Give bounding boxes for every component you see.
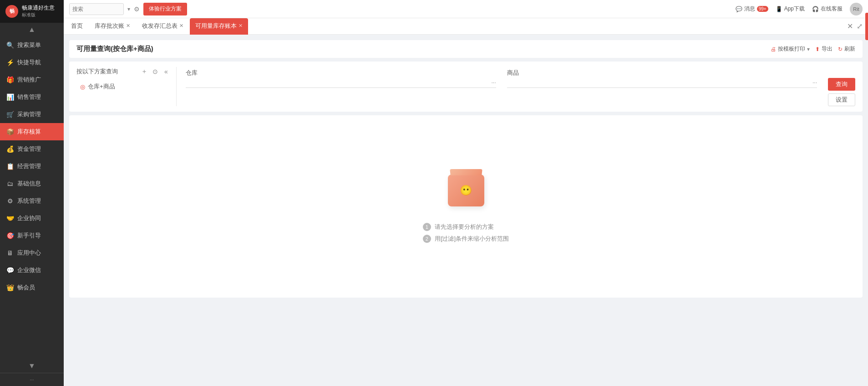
search-input[interactable] — [69, 3, 124, 15]
filter-collapse-btn[interactable]: « — [162, 67, 171, 76]
app-center-icon: 🖥 — [6, 249, 14, 257]
tab-fullscreen-btn[interactable]: ⤢ — [857, 22, 863, 31]
corp-wechat-icon: 💬 — [6, 267, 14, 274]
sidebar-item-member[interactable]: 👑畅会员 — [0, 279, 64, 296]
sidebar-item-label-member: 畅会员 — [17, 283, 35, 292]
sidebar-item-label-onboarding: 新手引导 — [17, 232, 41, 240]
app-info: 畅康通好生意 标准版 — [22, 5, 55, 18]
hint-num-2: 2 — [423, 235, 431, 243]
scroll-edge-indicator — [865, 13, 868, 40]
purchase-icon: 🛒 — [6, 111, 14, 118]
sidebar-item-label-search: 搜索菜单 — [17, 41, 41, 49]
tab-collect-summary[interactable]: 收发存汇总表✕ — [137, 18, 189, 35]
page-header-actions: 🖨 按模板打印 ▾ ⬆ 导出 ↻ 刷新 — [771, 45, 855, 53]
topbar-gear-icon[interactable]: ⚙ — [134, 5, 140, 13]
print-icon: 🖨 — [771, 46, 776, 52]
refresh-btn[interactable]: ↻ 刷新 — [838, 45, 855, 53]
export-btn[interactable]: ⬆ 导出 — [815, 45, 832, 53]
filter-warehouse-label: 仓库 — [186, 69, 496, 77]
query-btn[interactable]: 查询 — [828, 78, 855, 91]
filter-left-header: 按以下方案查询 ＋ ⊙ « — [76, 67, 171, 76]
message-icon: 💬 — [736, 6, 742, 12]
solution-btn[interactable]: 体验行业方案 — [143, 3, 187, 15]
sidebar-item-finance[interactable]: 💰资金管理 — [0, 140, 64, 158]
sidebar-item-label-app-center: 应用中心 — [17, 249, 41, 257]
page-content: 可用量查询(按仓库+商品) 🖨 按模板打印 ▾ ⬆ 导出 ↻ 刷新 — [64, 35, 868, 386]
empty-box-graphic: 😶 — [448, 175, 484, 206]
message-badge: 99+ — [757, 6, 768, 12]
filter-warehouse-input[interactable] — [186, 79, 489, 86]
sidebar-item-label-sales: 销售管理 — [17, 93, 41, 101]
sidebar-header: 畅 畅康通好生意 标准版 — [0, 0, 64, 23]
sidebar-item-quick-nav[interactable]: ⚡快捷导航 — [0, 54, 64, 71]
filter-settings-apply-btn[interactable]: 设置 — [828, 93, 855, 106]
sidebar-scroll-up[interactable]: ▲ — [0, 23, 64, 36]
online-service-btn[interactable]: 🎧 在线客服 — [812, 5, 843, 13]
app-download-btn[interactable]: 📱 App下载 — [776, 5, 805, 13]
filter-goods-more-btn[interactable]: ··· — [812, 79, 817, 86]
filter-settings-btn[interactable]: ⊙ — [151, 67, 160, 76]
sidebar-item-app-center[interactable]: 🖥应用中心 — [0, 244, 64, 262]
sidebar-item-label-operations: 经营管理 — [17, 162, 41, 170]
empty-state-container: 😶 1 请先选择要分析的方案 2 用[过滤]条件来缩小分析范围 — [69, 115, 863, 298]
sidebar-item-sales[interactable]: 📊销售管理 — [0, 88, 64, 106]
tab-home[interactable]: 首页 — [66, 18, 88, 35]
operations-icon: 📋 — [6, 163, 14, 170]
sidebar-item-label-system: 系统管理 — [17, 197, 41, 205]
tab-batch-account[interactable]: 库存批次账✕ — [89, 18, 136, 35]
sidebar-footer: ··· — [0, 373, 64, 386]
sidebar-item-system[interactable]: ⚙系统管理 — [0, 192, 64, 210]
refresh-icon: ↻ — [838, 46, 843, 52]
search-chevron-icon[interactable]: ▾ — [127, 6, 130, 12]
page-header: 可用量查询(按仓库+商品) 🖨 按模板打印 ▾ ⬆ 导出 ↻ 刷新 — [69, 40, 863, 58]
sidebar-item-label-corp: 企业协同 — [17, 214, 41, 222]
search-icon: 🔍 — [6, 41, 14, 49]
sidebar-scroll-down[interactable]: ▼ — [0, 359, 64, 373]
quick-nav-icon: ⚡ — [6, 59, 14, 66]
tab-close-available-stock[interactable]: ✕ — [239, 23, 243, 29]
tab-close-batch-account[interactable]: ✕ — [126, 23, 130, 29]
tab-available-stock[interactable]: 可用量库存账本✕ — [190, 18, 248, 35]
filter-scheme-icon: ◎ — [80, 83, 85, 90]
corp-icon: 🤝 — [6, 215, 14, 222]
filter-add-btn[interactable]: ＋ — [140, 67, 149, 76]
sidebar-item-onboarding[interactable]: 🎯新手引导 — [0, 227, 64, 244]
sidebar-item-corp-wechat[interactable]: 💬企业微信 — [0, 262, 64, 279]
sidebar-item-basics[interactable]: 🗂基础信息 — [0, 175, 64, 192]
filter-right: 仓库 ··· 商品 ··· 查询 设置 — [177, 67, 855, 106]
sidebar-item-label-basics: 基础信息 — [17, 180, 41, 188]
sidebar-item-label-marketing: 营销推广 — [17, 76, 41, 84]
tabs-bar: 首页库存批次账✕收发存汇总表✕可用量库存账本✕ ✕ ⤢ — [64, 18, 868, 35]
filter-scheme-item[interactable]: ◎ 仓库+商品 — [76, 80, 171, 93]
hint-num-1: 1 — [423, 223, 431, 231]
empty-state: 😶 1 请先选择要分析的方案 2 用[过滤]条件来缩小分析范围 — [69, 134, 863, 279]
filter-goods-input[interactable] — [507, 79, 811, 86]
sales-icon: 📊 — [6, 93, 14, 101]
sidebar-item-search[interactable]: 🔍搜索菜单 — [0, 36, 64, 54]
main-area: ▾ ⚙ 体验行业方案 💬 消息 99+ 📱 App下载 🎧 在线客服 Rit — [64, 0, 868, 386]
print-chevron-icon: ▾ — [807, 46, 810, 52]
sidebar-item-label-corp-wechat: 企业微信 — [17, 266, 41, 274]
tabs-actions: ✕ ⤢ — [847, 22, 866, 31]
filter-goods-field: 商品 ··· — [507, 69, 817, 88]
print-btn[interactable]: 🖨 按模板打印 ▾ — [771, 45, 810, 53]
filter-panel: 按以下方案查询 ＋ ⊙ « ◎ 仓库+商品 仓库 · — [69, 62, 863, 112]
filter-left: 按以下方案查询 ＋ ⊙ « ◎ 仓库+商品 — [76, 67, 177, 106]
sidebar-item-operations[interactable]: 📋经营管理 — [0, 158, 64, 175]
sidebar-item-purchase[interactable]: 🛒采购管理 — [0, 106, 64, 123]
sidebar-item-stock[interactable]: 📦库存核算 — [0, 123, 64, 140]
sidebar: 畅 畅康通好生意 标准版 ▲ 🔍搜索菜单⚡快捷导航🎁营销推广📊销售管理🛒采购管理… — [0, 0, 64, 386]
onboarding-icon: 🎯 — [6, 232, 14, 239]
sidebar-item-label-quick-nav: 快捷导航 — [17, 58, 41, 67]
tab-close-collect-summary[interactable]: ✕ — [179, 23, 183, 29]
empty-state-visual: 😶 — [439, 170, 493, 216]
message-btn[interactable]: 💬 消息 99+ — [736, 5, 768, 13]
sidebar-item-marketing[interactable]: 🎁营销推广 — [0, 71, 64, 88]
filter-warehouse-more-btn[interactable]: ··· — [491, 79, 496, 86]
page-title: 可用量查询(按仓库+商品) — [76, 45, 153, 53]
sidebar-item-label-finance: 资金管理 — [17, 145, 41, 153]
refresh-label: 刷新 — [844, 45, 855, 53]
tab-close-all-btn[interactable]: ✕ — [847, 22, 853, 31]
sidebar-item-corp[interactable]: 🤝企业协同 — [0, 210, 64, 227]
user-area[interactable]: Rit — [850, 3, 863, 15]
